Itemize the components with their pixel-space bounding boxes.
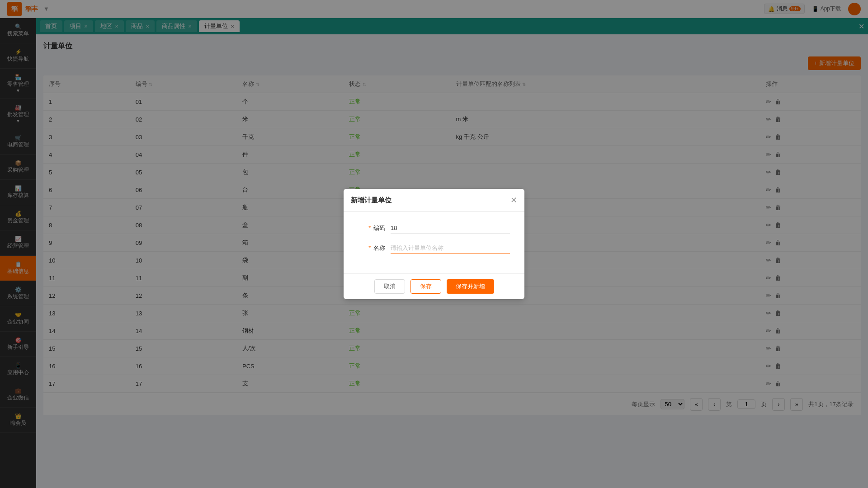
required-mark: * (368, 225, 371, 231)
modal-overlay: 新增计量单位 ✕ * 编码 * 名称 取消 保存 保存并新增 (0, 0, 868, 488)
modal-close-button[interactable]: ✕ (510, 195, 517, 205)
name-input[interactable] (391, 243, 510, 253)
cancel-button[interactable]: 取消 (374, 279, 405, 294)
modal-header: 新增计量单位 ✕ (344, 189, 524, 212)
modal-title: 新增计量单位 (351, 196, 392, 205)
code-input[interactable] (391, 223, 510, 234)
form-item-code: * 编码 (358, 223, 510, 234)
name-label: * 名称 (358, 244, 385, 252)
save-and-new-button[interactable]: 保存并新增 (447, 279, 494, 294)
save-button[interactable]: 保存 (410, 279, 441, 294)
form-item-name: * 名称 (358, 243, 510, 253)
code-label: * 编码 (358, 224, 385, 232)
modal-footer: 取消 保存 保存并新增 (344, 273, 524, 299)
add-unit-modal: 新增计量单位 ✕ * 编码 * 名称 取消 保存 保存并新增 (344, 189, 524, 299)
modal-body: * 编码 * 名称 (344, 212, 524, 273)
required-mark: * (368, 244, 371, 251)
